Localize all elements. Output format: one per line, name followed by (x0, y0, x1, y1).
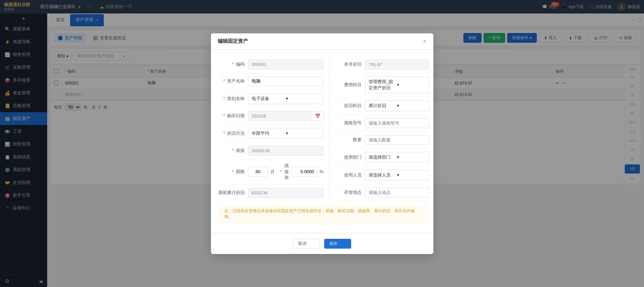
form-note: 注：已经存在变更记录或者对应固定资产已经生成凭证，原值、购买日期、残值率、累计折… (218, 205, 427, 223)
modal-header: 编辑固定资产 × (211, 33, 433, 50)
code-input[interactable] (248, 60, 324, 69)
spec-label: 规格型号 (335, 120, 365, 126)
modal-title: 编辑固定资产 (218, 38, 248, 44)
modal-footer: 取消 保存 (211, 233, 433, 254)
expense-subject-dropdown-icon: ▾ (397, 82, 425, 87)
current-dep-input (365, 60, 429, 69)
code-label: * 编码 (218, 61, 248, 67)
category-label: * 类别名称 (218, 96, 248, 102)
expense-subject-label: 费用科目 (335, 82, 365, 88)
quantity-label: 数量 (335, 137, 365, 143)
form-row-original-value: * 原值 (218, 142, 324, 159)
asset-name-input[interactable] (248, 76, 324, 86)
initial-accum-dep-label: 期初累计折旧 (218, 190, 248, 196)
purchase-date-wrapper: 📅 (248, 111, 324, 121)
department-label: 使用部门 (335, 154, 365, 160)
category-select[interactable]: 电子设备 ▾ (248, 93, 324, 104)
calendar-icon[interactable]: 📅 (312, 112, 323, 120)
form-row-depreciation-method: * 折旧方法 年限平均 ▾ (218, 125, 324, 142)
modal-overlay: 编辑固定资产 × * 编码 (0, 0, 644, 287)
form-row-expense-subject: 费用科目 管理费用_固定资产折旧 ▾ (335, 73, 429, 97)
person-select[interactable]: 请选择人员 ▾ (365, 170, 429, 181)
form-grid: * 编码 * 资产名称 (218, 56, 427, 201)
dep-subject-dropdown-icon: ▾ (397, 103, 425, 108)
depreciation-method-label: * 折旧方法 (218, 130, 248, 136)
period-row: 月 * 残值率 % (248, 163, 324, 181)
person-label: 使用人员 (335, 172, 365, 178)
form-row-asset-name: * 资产名称 (218, 73, 324, 90)
form-row-category: * 类别名称 电子设备 ▾ (218, 90, 324, 108)
modal-close-btn[interactable]: × (423, 38, 427, 44)
department-dropdown-icon: ▾ (397, 155, 425, 160)
purchase-date-input[interactable] (248, 111, 313, 121)
form-row-spec: 规格型号 (335, 115, 429, 132)
form-row-initial-accum-dep: 期初累计折旧 (218, 185, 324, 201)
category-dropdown-icon: ▾ (286, 96, 320, 101)
period-input[interactable] (248, 167, 268, 177)
person-dropdown-icon: ▾ (397, 172, 425, 178)
expense-subject-select[interactable]: 管理费用_固定资产折旧 ▾ (365, 76, 429, 93)
asset-name-label: * 资产名称 (218, 78, 248, 84)
original-value-label: * 原值 (218, 148, 248, 154)
save-btn[interactable]: 保存 (324, 239, 351, 249)
period-label: * 期限 (218, 169, 248, 175)
depreciation-method-dropdown-icon: ▾ (286, 131, 320, 136)
form-right-col: 本月折旧 费用科目 管理费用_固定资产折旧 ▾ (329, 56, 429, 201)
quantity-input[interactable] (365, 135, 429, 145)
form-row-location: 存放地点 (335, 184, 429, 201)
purchase-date-label: * 购买日期 (218, 113, 248, 119)
period-unit: 月 (270, 169, 275, 175)
form-row-department: 使用部门 请选择部门 ▾ (335, 149, 429, 166)
current-dep-label: 本月折旧 (335, 61, 365, 67)
residual-rate-label: 残值率 (284, 163, 289, 181)
form-left-col: * 编码 * 资产名称 (218, 56, 330, 201)
department-select[interactable]: 请选择部门 ▾ (365, 152, 429, 163)
cancel-btn[interactable]: 取消 (293, 239, 320, 249)
initial-accum-dep-input[interactable] (248, 188, 324, 198)
modal-body: * 编码 * 资产名称 (211, 50, 433, 233)
form-row-quantity: 数量 (335, 132, 429, 149)
edit-asset-modal: 编辑固定资产 × * 编码 (211, 33, 433, 254)
depreciation-method-select[interactable]: 年限平均 ▾ (248, 128, 324, 139)
form-row-code: * 编码 (218, 56, 324, 73)
form-row-person: 使用人员 请选择人员 ▾ (335, 166, 429, 184)
dep-subject-label: 折旧科目 (335, 103, 365, 109)
original-value-input[interactable] (248, 146, 324, 156)
form-row-dep-subject: 折旧科目 累计折旧 ▾ (335, 97, 429, 115)
form-row-current-dep: 本月折旧 (335, 56, 429, 73)
dep-subject-select[interactable]: 累计折旧 ▾ (365, 100, 429, 111)
form-row-purchase-date: * 购买日期 📅 (218, 108, 324, 125)
residual-rate-unit: % (320, 169, 324, 174)
spec-input[interactable] (365, 118, 429, 128)
residual-rate-input[interactable] (291, 167, 318, 177)
form-row-period: * 期限 月 * 残值率 % (218, 159, 324, 185)
location-input[interactable] (365, 188, 429, 197)
location-label: 存放地点 (335, 189, 365, 195)
